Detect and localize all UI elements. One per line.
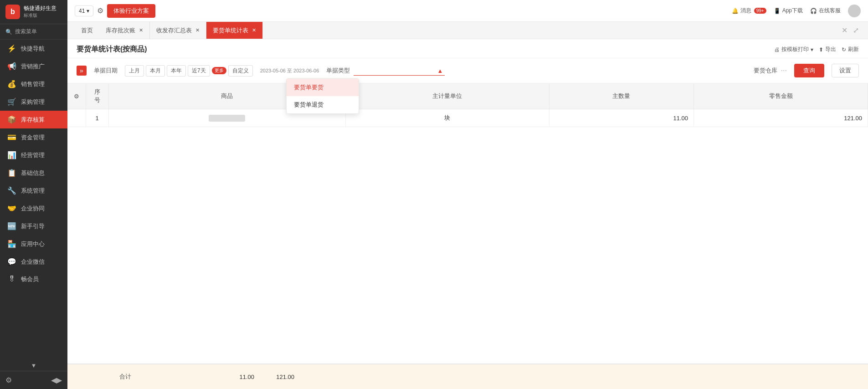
search-label: 搜索菜单 bbox=[15, 28, 37, 36]
sidebar-item-basic[interactable]: 📋 基础信息 bbox=[0, 164, 67, 182]
guide-icon: 🆕 bbox=[7, 222, 16, 230]
topbar-left: 41 ▾ ⚙ 体验行业方案 bbox=[75, 4, 726, 18]
notifications-item[interactable]: 🔔 消息 99+ bbox=[732, 7, 766, 15]
refresh-icon: ↻ bbox=[842, 46, 846, 53]
sidebar-item-system[interactable]: 🔧 系统管理 bbox=[0, 182, 67, 200]
sidebar-item-guide[interactable]: 🆕 新手引导 bbox=[0, 217, 67, 235]
sidebar-item-finance[interactable]: 💳 资金管理 bbox=[0, 128, 67, 146]
online-service-item[interactable]: 🎧 在线客服 bbox=[810, 7, 841, 15]
nav-list: ⚡ 快捷导航 📢 营销推广 💰 销售管理 🛒 采购管理 📦 库存核算 💳 资金管… bbox=[0, 40, 67, 360]
sidebar-item-collab[interactable]: 🤝 企业协同 bbox=[0, 200, 67, 217]
app-logo: b 畅捷通好生意 标准版 bbox=[0, 0, 67, 24]
cell-unit: 块 bbox=[346, 109, 549, 127]
sidebar-item-label: 采购管理 bbox=[21, 98, 45, 106]
close-icon[interactable]: ✕ bbox=[195, 27, 200, 33]
filter-toggle-btn[interactable]: » bbox=[77, 66, 87, 76]
close-icon[interactable]: ✕ bbox=[252, 27, 256, 33]
filter-type-group: 单据类型 ▲ bbox=[326, 66, 445, 76]
close-all-icon[interactable]: ✕ bbox=[840, 25, 849, 36]
app-download-item[interactable]: 📱 App下载 bbox=[774, 7, 803, 15]
chevron-down-icon: ▾ bbox=[87, 8, 89, 14]
search-icon: 🔍 bbox=[5, 29, 12, 35]
tab-order-stats[interactable]: 要货单统计表 ✕ bbox=[206, 22, 263, 39]
type-dropdown-menu: 要货单要货 要货单退货 bbox=[286, 78, 359, 114]
settings-button[interactable]: 设置 bbox=[832, 64, 859, 77]
member-icon: 🎖 bbox=[7, 275, 16, 283]
operation-icon: 📊 bbox=[7, 151, 16, 159]
basic-icon: 📋 bbox=[7, 169, 16, 177]
data-table-wrapper: ⚙ 序号 商品 主计量单位 主数量 bbox=[67, 83, 868, 127]
last-month-btn[interactable]: 上月 bbox=[125, 65, 144, 77]
trial-button[interactable]: 体验行业方案 bbox=[107, 4, 155, 18]
refresh-btn[interactable]: ↻ 刷新 bbox=[842, 46, 859, 53]
sidebar-bottom: ⚙ ◀▶ bbox=[0, 371, 67, 389]
export-btn[interactable]: ⬆ 导出 bbox=[819, 46, 836, 53]
sidebar-item-label: 资金管理 bbox=[21, 133, 45, 142]
tab-receive-summary[interactable]: 收发存汇总表 ✕ bbox=[150, 22, 206, 39]
sidebar-item-label: 营销推广 bbox=[21, 62, 45, 71]
main-area: 41 ▾ ⚙ 体验行业方案 🔔 消息 99+ 📱 App下载 🎧 在线客服 bbox=[67, 0, 868, 389]
this-year-btn[interactable]: 本年 bbox=[167, 65, 186, 77]
type-input-wrapper: ▲ bbox=[354, 66, 445, 76]
topbar-gear-icon[interactable]: ⚙ bbox=[97, 6, 103, 15]
settings-icon[interactable]: ⚙ bbox=[5, 376, 12, 384]
footer-qty: 11.00 bbox=[223, 370, 260, 384]
type-filter-label: 单据类型 bbox=[326, 67, 350, 75]
cell-settings bbox=[67, 109, 86, 127]
table-footer: 合计 11.00 121.00 bbox=[67, 363, 868, 389]
query-button[interactable]: 查询 bbox=[794, 64, 824, 77]
header-actions: 🖨 按模板打印 ▾ ⬆ 导出 ↻ 刷新 bbox=[774, 46, 859, 53]
sidebar-item-marketing[interactable]: 📢 营销推广 bbox=[0, 57, 67, 75]
user-avatar[interactable] bbox=[848, 5, 861, 17]
more-date-badge[interactable]: 更多 bbox=[212, 67, 226, 74]
page-content: 要货单统计表(按商品) 🖨 按模板打印 ▾ ⬆ 导出 ↻ 刷新 » bbox=[67, 39, 868, 389]
date-filter-label: 单据日期 bbox=[94, 67, 118, 75]
bell-icon: 🔔 bbox=[732, 8, 739, 14]
tab-home[interactable]: 首页 bbox=[75, 23, 99, 38]
data-table: ⚙ 序号 商品 主计量单位 主数量 bbox=[67, 83, 868, 127]
sidebar-item-purchase[interactable]: 🛒 采购管理 bbox=[0, 93, 67, 111]
col-header-settings[interactable]: ⚙ bbox=[67, 83, 86, 109]
last-7-btn[interactable]: 近7天 bbox=[188, 65, 210, 77]
collapse-icon[interactable]: ◀▶ bbox=[51, 376, 62, 384]
sidebar-item-wechat[interactable]: 💬 企业微信 bbox=[0, 253, 67, 271]
sidebar-item-appstore[interactable]: 🏪 应用中心 bbox=[0, 235, 67, 253]
maximize-icon[interactable]: ⤢ bbox=[851, 25, 861, 36]
appstore-icon: 🏪 bbox=[7, 240, 16, 248]
store-selector[interactable]: 41 ▾ bbox=[75, 5, 93, 16]
print-template-btn[interactable]: 🖨 按模板打印 ▾ bbox=[774, 46, 813, 53]
custom-date-btn[interactable]: 自定义 bbox=[228, 65, 253, 77]
warehouse-more-icon[interactable]: ··· bbox=[781, 67, 787, 75]
sidebar-item-label: 企业微信 bbox=[21, 258, 45, 266]
search-menu[interactable]: 🔍 搜索菜单 bbox=[0, 24, 67, 40]
sidebar-item-label: 企业协同 bbox=[21, 205, 45, 213]
notifications-label: 消息 bbox=[740, 7, 751, 15]
chevron-up-icon[interactable]: ▲ bbox=[437, 67, 443, 74]
app-version: 标准版 bbox=[24, 12, 56, 19]
sidebar-item-inventory[interactable]: 📦 库存核算 bbox=[0, 111, 67, 128]
this-month-btn[interactable]: 本月 bbox=[146, 65, 165, 77]
dropdown-item-order-goods[interactable]: 要货单要货 bbox=[287, 79, 359, 96]
logo-icon: b bbox=[5, 5, 20, 19]
sidebar-item-label: 经营管理 bbox=[21, 151, 45, 159]
sidebar-item-sales[interactable]: 💰 销售管理 bbox=[0, 75, 67, 93]
sidebar-item-operation[interactable]: 📊 经营管理 bbox=[0, 146, 67, 164]
col-header-unit: 主计量单位 bbox=[346, 83, 549, 109]
dropdown-item-order-return[interactable]: 要货单退货 bbox=[287, 96, 359, 113]
collab-icon: 🤝 bbox=[7, 204, 16, 213]
sales-icon: 💰 bbox=[7, 80, 16, 88]
date-range-display: 2023-05-06 至 2023-06-06 bbox=[260, 67, 319, 74]
tab-inventory-batch[interactable]: 库存批次账 ✕ bbox=[99, 22, 150, 39]
close-icon[interactable]: ✕ bbox=[139, 27, 143, 33]
type-filter-input[interactable] bbox=[354, 66, 445, 76]
table-body: 1 ■■■■ ■■■ 块 11.00 121.00 bbox=[67, 109, 868, 127]
sidebar-item-member[interactable]: 🎖 畅会员 bbox=[0, 271, 67, 288]
sidebar-item-label: 应用中心 bbox=[21, 240, 45, 248]
table-footer-area: 合计 11.00 121.00 bbox=[67, 363, 868, 389]
date-buttons: 上月 本月 本年 近7天 更多 自定义 bbox=[125, 65, 253, 77]
table-row: 1 ■■■■ ■■■ 块 11.00 121.00 bbox=[67, 109, 868, 127]
app-name: 畅捷通好生意 bbox=[24, 5, 56, 12]
sidebar-scroll-down[interactable]: ▼ bbox=[0, 360, 67, 371]
sidebar: b 畅捷通好生意 标准版 🔍 搜索菜单 ⚡ 快捷导航 📢 营销推广 💰 销售管理… bbox=[0, 0, 67, 389]
sidebar-item-quick-nav[interactable]: ⚡ 快捷导航 bbox=[0, 40, 67, 57]
